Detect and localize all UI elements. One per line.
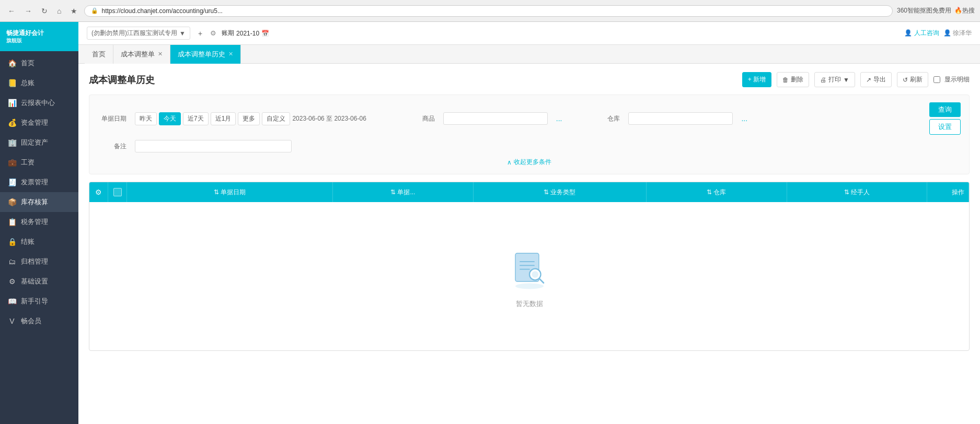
filter-section: 单据日期 昨天 今天 近7天 近1月 更多 自定义 2023-06-06 至 2… — [89, 95, 970, 174]
sidebar-item-fixed-assets[interactable]: 🏢 固定资产 — [0, 133, 78, 152]
home-button[interactable]: ⌂ — [54, 6, 64, 16]
header-checkbox[interactable] — [113, 188, 122, 196]
th-num[interactable]: ⇅ 单据... — [333, 182, 473, 202]
th-person-label: 经手人 — [851, 188, 870, 197]
th-num-label: 单据... — [397, 188, 415, 197]
print-button[interactable]: 🖨 打印 ▼ — [814, 72, 855, 87]
sidebar-item-salary[interactable]: 💼 工资 — [0, 152, 78, 172]
goods-more-icon[interactable]: ... — [556, 114, 562, 123]
tab-cost-adjust-close[interactable]: ✕ — [158, 51, 163, 57]
ledger-icon: 📒 — [7, 79, 17, 87]
sidebar-item-member[interactable]: V 畅会员 — [0, 311, 78, 331]
tab-home[interactable]: 首页 — [85, 45, 113, 64]
ai-tool-label: 360智能抠图免费用 — [897, 6, 951, 15]
export-icon: ↗ — [866, 76, 871, 84]
salary-icon: 💼 — [7, 158, 17, 167]
sidebar-label-closing: 结账 — [21, 237, 34, 246]
th-date[interactable]: ⇅ 单据日期 — [127, 182, 333, 202]
tab-cost-adjust-history-close[interactable]: ✕ — [228, 51, 233, 57]
th-person-sort-icon: ⇅ — [844, 189, 849, 196]
sidebar-item-closing[interactable]: 🔒 结账 — [0, 232, 78, 252]
sidebar-label-guide: 新手引导 — [21, 297, 48, 306]
tab-cost-adjust-history[interactable]: 成本调整单历史 ✕ — [170, 45, 241, 64]
date-filter-label: 单据日期 — [98, 114, 126, 123]
sidebar-item-reports[interactable]: 📊 云报表中心 — [0, 93, 78, 113]
goods-filter-label: 商品 — [406, 114, 435, 123]
th-type[interactable]: ⇅ 业务类型 — [474, 182, 647, 202]
member-icon: V — [7, 317, 17, 325]
th-warehouse[interactable]: ⇅ 仓库 — [647, 182, 787, 202]
sidebar-item-guide[interactable]: 📖 新手引导 — [0, 291, 78, 311]
th-actions-label: 操作 — [952, 188, 964, 197]
tab-cost-adjust[interactable]: 成本调整单 ✕ — [113, 45, 170, 64]
warehouse-filter-input[interactable] — [628, 112, 733, 125]
sidebar-label-home: 首页 — [21, 58, 34, 68]
export-button[interactable]: ↗ 导出 — [860, 72, 892, 87]
filter-row-remark: 备注 — [98, 140, 961, 152]
collapse-icon: ∧ — [507, 159, 512, 166]
date-btn-more[interactable]: 更多 — [238, 112, 260, 125]
sidebar-item-ledger[interactable]: 📒 总账 — [0, 73, 78, 93]
add-tab-button[interactable]: + — [195, 28, 205, 39]
closing-icon: 🔒 — [7, 238, 17, 246]
top-bar-actions: 👤 人工咨询 👤 徐泽华 — [904, 29, 972, 38]
warehouse-filter-label: 仓库 — [591, 114, 620, 123]
company-dropdown-icon: ▼ — [179, 30, 186, 37]
company-selector[interactable]: (勿删勿禁用)江西服宝测试专用 ▼ — [87, 27, 190, 40]
date-btn-custom[interactable]: 自定义 — [262, 112, 290, 125]
sidebar-label-funds: 资金管理 — [21, 118, 48, 127]
sidebar-item-funds[interactable]: 💰 资金管理 — [0, 113, 78, 133]
sidebar-item-archive[interactable]: 🗂 归档管理 — [0, 252, 78, 272]
refresh-button[interactable]: ↺ 刷新 — [897, 72, 928, 87]
forward-button[interactable]: → — [22, 6, 34, 16]
th-type-label: 业务类型 — [550, 188, 575, 197]
fixed-assets-icon: 🏢 — [7, 138, 17, 147]
set-button[interactable]: 设置 — [929, 119, 961, 135]
sidebar-item-inventory[interactable]: 📦 库存核算 — [0, 192, 78, 212]
sidebar-item-invoice[interactable]: 🧾 发票管理 — [0, 172, 78, 192]
address-bar[interactable]: 🔒 https://cloud.chanjet.com/accounting/u… — [84, 5, 893, 17]
sidebar-label-inventory: 库存核算 — [21, 197, 48, 207]
delete-label: 删除 — [791, 75, 803, 84]
star-button[interactable]: ★ — [68, 6, 80, 16]
th-date-label: 单据日期 — [221, 188, 246, 197]
goods-filter-input[interactable] — [443, 112, 548, 125]
show-cols-toggle[interactable]: 显示明细 — [933, 75, 970, 84]
sidebar-item-tax[interactable]: 📋 税务管理 — [0, 212, 78, 232]
th-settings[interactable]: ⚙ — [89, 182, 108, 202]
date-btn-7days[interactable]: 近7天 — [183, 112, 209, 125]
delete-button[interactable]: 🗑 删除 — [777, 72, 809, 87]
table-header: ⚙ ⇅ 单据日期 ⇅ 单据... ⇅ 业务类型 — [89, 182, 969, 202]
sidebar-item-settings[interactable]: ⚙ 基础设置 — [0, 272, 78, 291]
show-cols-label: 显示明细 — [944, 75, 970, 84]
inventory-icon: 📦 — [7, 198, 17, 206]
tab-cost-adjust-history-label: 成本调整单历史 — [178, 50, 225, 59]
remark-filter-input[interactable] — [135, 140, 292, 152]
logo-sub: 旗舰版 — [6, 37, 44, 44]
user-service-btn[interactable]: 👤 人工咨询 — [904, 29, 939, 38]
warehouse-more-icon[interactable]: ... — [741, 114, 747, 123]
query-button[interactable]: 查询 — [929, 102, 961, 117]
back-button[interactable]: ← — [5, 6, 18, 16]
sidebar-item-home[interactable]: 🏠 首页 — [0, 53, 78, 73]
browser-chrome: ← → ↻ ⌂ ★ 🔒 https://cloud.chanjet.com/ac… — [0, 0, 980, 22]
new-button[interactable]: + 新增 — [742, 72, 771, 87]
th-check[interactable] — [108, 182, 127, 202]
collapse-button[interactable]: ∧ 收起更多条件 — [98, 158, 961, 167]
settings-icon-top[interactable]: ⚙ — [210, 29, 216, 37]
sidebar-label-archive: 归档管理 — [21, 257, 48, 266]
th-date-sort-icon: ⇅ — [214, 189, 219, 196]
print-icon: 🖨 — [820, 76, 826, 84]
main-content: (勿删勿禁用)江西服宝测试专用 ▼ + ⚙ 账期 2021-10 📅 👤 人工咨… — [78, 22, 980, 424]
date-btn-yesterday[interactable]: 昨天 — [135, 112, 157, 125]
gear-icon: ⚙ — [95, 188, 102, 196]
invoice-icon: 🧾 — [7, 178, 17, 186]
th-person[interactable]: ⇅ 经手人 — [787, 182, 927, 202]
user-avatar[interactable]: 👤 徐泽华 — [943, 29, 972, 38]
show-cols-checkbox[interactable] — [933, 76, 940, 83]
period-info: 账期 2021-10 📅 — [222, 29, 269, 38]
reload-button[interactable]: ↻ — [39, 6, 50, 16]
date-btn-1month[interactable]: 近1月 — [211, 112, 236, 125]
date-btn-today[interactable]: 今天 — [159, 112, 181, 125]
calendar-icon[interactable]: 📅 — [261, 30, 269, 37]
